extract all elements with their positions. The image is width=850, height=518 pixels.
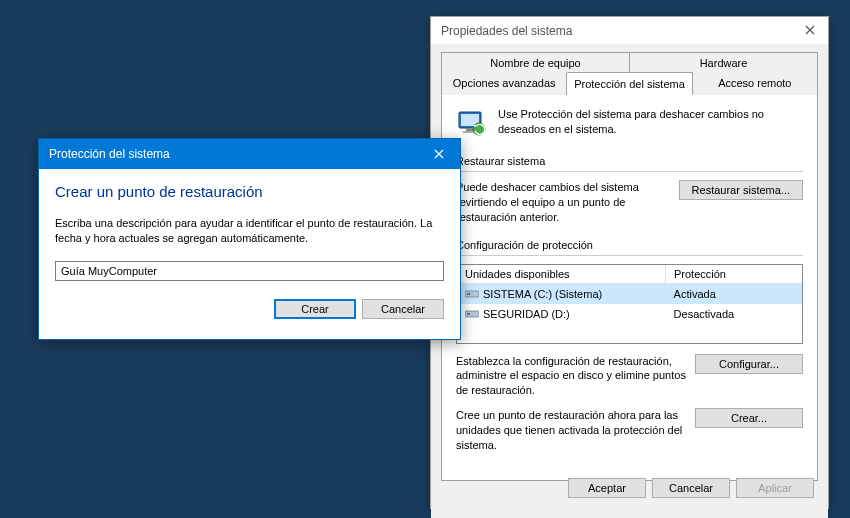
cancel-button[interactable]: Cancelar	[652, 478, 730, 498]
description-input[interactable]	[55, 261, 444, 281]
drive-table[interactable]: Unidades disponibles Protección SISTEMA …	[456, 264, 803, 344]
create-row: Cree un punto de restauración ahora para…	[456, 408, 803, 453]
create-confirm-button[interactable]: Crear	[274, 299, 356, 319]
drive-icon	[465, 309, 479, 319]
restore-section-label: Restaurar sistema	[456, 155, 803, 167]
restore-system-button[interactable]: Restaurar sistema...	[679, 180, 803, 200]
close-icon[interactable]	[418, 139, 460, 169]
table-row[interactable]: SISTEMA (C:) (Sistema) Activada	[457, 284, 802, 304]
tab-hardware[interactable]: Hardware	[630, 52, 818, 73]
monitor-icon	[456, 107, 488, 139]
drive-name: SEGURIDAD (D:)	[483, 308, 570, 320]
restore-text: Puede deshacer cambios del sistema revir…	[456, 180, 671, 225]
configure-row: Establezca la configuración de restaurac…	[456, 354, 803, 399]
tab-row-top: Nombre de equipo Hardware	[441, 52, 818, 73]
drive-status: Activada	[666, 286, 802, 302]
tab-system-protection[interactable]: Protección del sistema	[567, 72, 692, 95]
svg-rect-6	[467, 293, 470, 295]
bottom-buttons: Aceptar Cancelar Aplicar	[568, 478, 814, 498]
create-title: Protección del sistema	[49, 147, 170, 161]
create-title-bar[interactable]: Protección del sistema	[39, 139, 460, 169]
configure-text: Establezca la configuración de restaurac…	[456, 354, 687, 399]
config-section-label: Configuración de protección	[456, 239, 803, 251]
col-header-drives[interactable]: Unidades disponibles	[457, 265, 666, 283]
drive-icon	[465, 289, 479, 299]
create-heading: Crear un punto de restauración	[55, 183, 444, 200]
drive-status: Desactivada	[666, 306, 802, 322]
create-body: Crear un punto de restauración Escriba u…	[39, 169, 460, 339]
svg-rect-8	[467, 313, 470, 315]
props-title: Propiedades del sistema	[441, 24, 572, 38]
tab-computer-name[interactable]: Nombre de equipo	[441, 52, 630, 73]
table-row[interactable]: SEGURIDAD (D:) Desactivada	[457, 304, 802, 324]
create-desc: Escriba una descripción para ayudar a id…	[55, 216, 444, 247]
create-restore-point-dialog: Protección del sistema Crear un punto de…	[38, 138, 461, 340]
col-header-protection[interactable]: Protección	[666, 265, 802, 283]
create-buttons: Crear Cancelar	[55, 299, 444, 325]
ok-button[interactable]: Aceptar	[568, 478, 646, 498]
tab-remote-access[interactable]: Acceso remoto	[693, 73, 818, 95]
system-properties-dialog: Propiedades del sistema Nombre de equipo…	[430, 16, 829, 509]
close-icon[interactable]	[800, 20, 820, 40]
divider	[456, 255, 803, 256]
create-text: Cree un punto de restauración ahora para…	[456, 408, 687, 453]
configure-button[interactable]: Configurar...	[695, 354, 803, 374]
create-button[interactable]: Crear...	[695, 408, 803, 428]
apply-button[interactable]: Aplicar	[736, 478, 814, 498]
tab-advanced-options[interactable]: Opciones avanzadas	[441, 73, 567, 95]
restore-row: Puede deshacer cambios del sistema revir…	[456, 180, 803, 225]
drive-table-header: Unidades disponibles Protección	[457, 265, 802, 284]
intro-text: Use Protección del sistema para deshacer…	[498, 107, 803, 139]
divider	[456, 171, 803, 172]
drive-name: SISTEMA (C:) (Sistema)	[483, 288, 602, 300]
tab-content: Use Protección del sistema para deshacer…	[441, 95, 818, 481]
create-cancel-button[interactable]: Cancelar	[362, 299, 444, 319]
props-title-bar[interactable]: Propiedades del sistema	[431, 17, 828, 44]
props-body: Nombre de equipo Hardware Opciones avanz…	[431, 44, 828, 518]
tab-row-bottom: Opciones avanzadas Protección del sistem…	[441, 73, 818, 95]
intro-row: Use Protección del sistema para deshacer…	[456, 107, 803, 139]
